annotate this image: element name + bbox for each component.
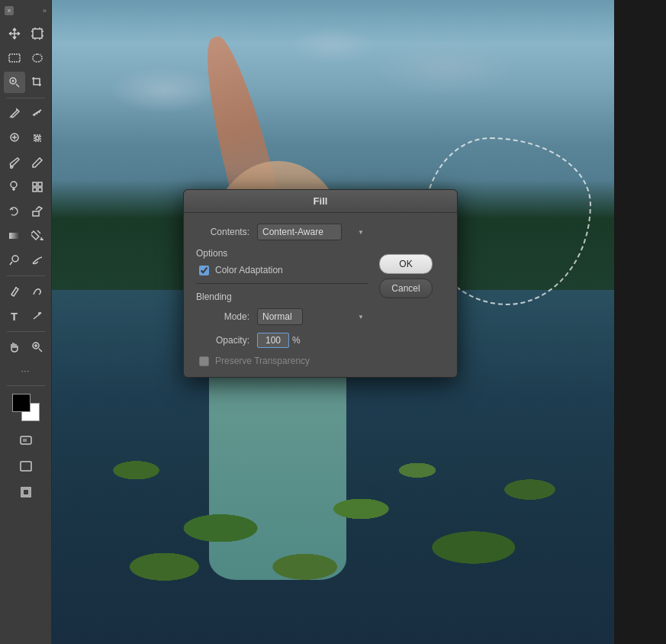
svg-rect-28 [21, 462, 31, 471]
tool-row-healing [4, 127, 48, 150]
toolbar-divider-2 [7, 275, 45, 276]
paint-bucket-tool[interactable] [27, 225, 48, 246]
toolbar-divider-4 [7, 385, 45, 386]
tool-row-hand [4, 336, 48, 359]
toolbar: × » [0, 0, 52, 644]
svg-line-8 [37, 113, 37, 114]
patch-tool[interactable] [27, 127, 48, 149]
tool-row-marquee [4, 47, 48, 69]
hand-tool[interactable] [4, 336, 25, 358]
svg-rect-27 [23, 439, 27, 442]
mode-select-wrapper: NormalDissolveMultiplyScreenOverlayDarke… [257, 308, 368, 325]
path-selection-tool[interactable] [27, 305, 48, 327]
toolbar-close-button[interactable]: × [5, 6, 14, 15]
preserve-transparency-label: Preserve Transparency [215, 356, 310, 366]
opacity-input[interactable]: 100 [257, 333, 289, 348]
eraser-tool[interactable] [27, 201, 48, 222]
screen-mode-button[interactable] [15, 456, 37, 477]
mode-row: Mode: NormalDissolveMultiplyScreenOverla… [196, 308, 368, 325]
tool-row-brush [4, 151, 48, 174]
svg-line-5 [10, 116, 11, 118]
foreground-color-box[interactable] [12, 394, 31, 412]
contents-select-wrapper: Content-AwareForeground ColorBackground … [257, 224, 368, 240]
dialog-title: Fill [184, 190, 457, 213]
rectangular-marquee-tool[interactable] [4, 47, 25, 69]
freeform-pen-tool[interactable] [27, 281, 48, 302]
ok-button[interactable]: OK [379, 254, 433, 274]
color-adaptation-checkbox[interactable] [199, 266, 209, 275]
svg-rect-0 [33, 29, 42, 38]
pen-tool[interactable] [4, 281, 25, 302]
mode-select[interactable]: NormalDissolveMultiplyScreenOverlayDarke… [257, 308, 303, 325]
move-tool[interactable] [4, 23, 25, 44]
healing-brush-tool[interactable] [4, 127, 25, 149]
svg-rect-14 [33, 188, 37, 192]
more-tools-button[interactable]: ··· [15, 360, 37, 382]
options-section-title: Options [196, 248, 368, 259]
fill-dialog: Fill Contents: Content-AwareForeground C… [183, 189, 458, 378]
opacity-label: Opacity: [196, 335, 249, 346]
zoom-tool[interactable] [27, 336, 48, 358]
tool-row-type: T [4, 304, 48, 327]
tool-row-move [4, 22, 48, 45]
toolbar-expand-button[interactable]: » [43, 7, 47, 14]
quick-select-tool[interactable] [4, 72, 25, 93]
lasso-tool[interactable] [27, 47, 48, 69]
svg-rect-13 [38, 182, 42, 186]
svg-line-7 [34, 114, 35, 116]
svg-line-20 [10, 262, 12, 265]
color-boxes [12, 394, 40, 421]
svg-rect-15 [38, 188, 42, 192]
tool-row-select [4, 71, 48, 94]
preserve-transparency-checkbox[interactable] [199, 356, 209, 366]
ruler-tool[interactable] [27, 103, 48, 124]
svg-point-21 [15, 287, 17, 288]
dialog-main-content: Contents: Content-AwareForeground ColorB… [196, 224, 445, 366]
clone-stamp-tool[interactable] [4, 176, 25, 198]
toolbar-divider-3 [7, 331, 45, 332]
color-adaptation-row: Color Adaptation [196, 265, 368, 275]
contents-row: Contents: Content-AwareForeground ColorB… [196, 224, 368, 240]
color-adaptation-label: Color Adaptation [215, 265, 283, 275]
svg-line-23 [39, 349, 42, 352]
gradient-tool[interactable] [4, 225, 25, 246]
svg-line-18 [37, 230, 40, 233]
eyedropper-tool[interactable] [4, 103, 25, 124]
type-tool[interactable]: T [4, 305, 25, 327]
pattern-stamp-tool[interactable] [27, 176, 48, 198]
svg-point-4 [11, 80, 14, 82]
svg-rect-12 [33, 182, 37, 186]
tool-row-eyedropper [4, 102, 48, 125]
brush-tool[interactable] [4, 152, 25, 173]
dialog-buttons: OK Cancel [379, 254, 433, 298]
blending-section-title: Blending [196, 291, 368, 302]
dialog-divider [196, 283, 368, 284]
tool-row-gradient [4, 224, 48, 247]
opacity-unit: % [292, 335, 301, 346]
type-icon: T [11, 310, 18, 323]
contents-select[interactable]: Content-AwareForeground ColorBackground … [257, 224, 342, 240]
tool-row-dodge [4, 249, 48, 272]
tool-row-stamp [4, 175, 48, 198]
cancel-button[interactable]: Cancel [379, 279, 433, 298]
svg-rect-17 [9, 233, 20, 239]
pencil-tool[interactable] [27, 152, 48, 173]
crop-tool[interactable] [27, 72, 48, 93]
toolbar-divider-1 [7, 98, 45, 98]
toolbar-header: × » [0, 3, 51, 18]
svg-rect-30 [23, 489, 29, 495]
frame-tool[interactable] [15, 481, 37, 503]
dodge-tool[interactable] [4, 250, 25, 271]
dialog-body: Contents: Content-AwareForeground ColorB… [184, 213, 457, 377]
svg-rect-16 [33, 211, 39, 216]
contents-label: Contents: [196, 227, 249, 237]
quick-mask-button[interactable] [15, 430, 37, 451]
preserve-transparency-row: Preserve Transparency [196, 356, 368, 366]
svg-line-3 [16, 84, 19, 87]
tool-row-history [4, 200, 48, 223]
history-brush-tool[interactable] [4, 201, 25, 222]
smudge-tool[interactable] [27, 250, 48, 271]
svg-rect-1 [9, 54, 20, 62]
svg-point-11 [11, 182, 17, 188]
artboard-tool[interactable] [27, 23, 48, 44]
